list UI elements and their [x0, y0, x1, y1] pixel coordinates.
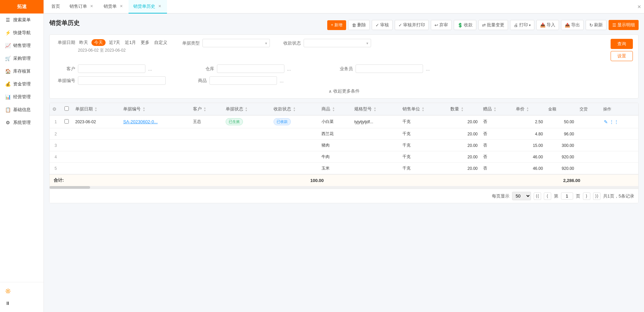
product-input[interactable] [209, 76, 277, 85]
more-op-btn[interactable]: ⋮⋮ [609, 119, 619, 125]
audit-button[interactable]: ✓ 审核 [372, 20, 393, 30]
table-header-row: ⚙ 单据日期 ▲▼ 单据编号 ▲▼ [50, 103, 638, 115]
row-num: 5 [50, 163, 62, 174]
inventory-icon: 🏠 [5, 69, 10, 74]
table-scroll-thumb[interactable] [50, 186, 90, 189]
col-collect-status[interactable]: 收款状态 ▲▼ [271, 103, 319, 115]
sidebar-item-inventory[interactable]: 🏠 库存核算 [0, 65, 44, 78]
sort-gift-icon: ▲▼ [494, 107, 496, 112]
export-button[interactable]: 📤 导出 [561, 20, 584, 30]
per-page-select[interactable]: 50 100 200 [512, 192, 531, 200]
sidebar-item-purchase[interactable]: 🛒 采购管理 [0, 52, 44, 65]
col-customer[interactable]: 客户 ▲▼ [190, 103, 223, 115]
row-unit: 千克 [400, 163, 448, 174]
row-gift: 否 [480, 115, 513, 128]
col-spec[interactable]: 规格型号 ▲▼ [352, 103, 399, 115]
sidebar-item-basic-info[interactable]: 📋 基础信息 [0, 103, 44, 116]
abandon-button[interactable]: ↩ 弃审 [431, 20, 452, 30]
row-unit: 千克 [400, 128, 448, 140]
last-page-btn[interactable]: ⟩⟩ [593, 192, 600, 200]
print-arrow-icon: ▾ [529, 23, 531, 27]
sidebar-bottom-item-1[interactable]: 🔆 [0, 285, 44, 297]
doc-no-input[interactable] [78, 76, 166, 85]
filter-row-3: 单据编号 商品 ... [55, 76, 633, 85]
customer-input[interactable] [78, 64, 145, 73]
tab-sales-delivery-close[interactable]: ✕ [119, 4, 124, 9]
shortcut-yesterday[interactable]: 昨天 [78, 39, 89, 46]
sidebar-item-label: 销售管理 [13, 43, 31, 49]
shortcut-custom[interactable]: 自定义 [153, 39, 169, 46]
sidebar-item-search-menu[interactable]: ☰ 搜索菜单 [0, 14, 44, 26]
finance-icon: 💰 [5, 81, 10, 87]
batch-change-button[interactable]: ⇄ 批量变更 [478, 20, 508, 30]
set-button[interactable]: 设置 [611, 51, 633, 61]
tab-sales-history-label: 销货单历史 [133, 3, 155, 9]
collect-status-select[interactable] [304, 39, 371, 47]
collapse-button[interactable]: ∧ 收起更多条件 [55, 88, 633, 94]
row-product: 猪肉 [319, 140, 352, 151]
row-checkbox [62, 128, 73, 140]
tab-sales-delivery[interactable]: 销货单 ✕ [99, 0, 129, 14]
salesperson-more[interactable]: ... [426, 66, 430, 72]
audit-icon: ✓ [375, 23, 379, 28]
collapse-arrow-icon: ∧ [329, 89, 332, 94]
col-qty[interactable]: 数量 ▲▼ [448, 103, 480, 115]
sidebar-item-sales[interactable]: 📈 销售管理 [0, 39, 44, 52]
sidebar-item-operations[interactable]: 📊 经营管理 [0, 90, 44, 103]
tab-sales-order-close[interactable]: ✕ [89, 4, 94, 9]
search-menu-icon: ☰ [5, 17, 10, 23]
new-button[interactable]: + 新增 [327, 20, 346, 30]
print-button[interactable]: 🖨 打印 ▾ [510, 20, 534, 30]
col-doc-no[interactable]: 单据编号 ▲▼ [120, 103, 190, 115]
row-select-checkbox[interactable] [64, 119, 69, 124]
salesperson-input[interactable] [356, 64, 423, 73]
edit-op-btn[interactable]: ✎ [603, 119, 609, 125]
shortcut-7days[interactable]: 近7天 [108, 39, 121, 46]
col-doc-date[interactable]: 单据日期 ▲▼ [73, 103, 120, 115]
prev-page-btn[interactable]: ⟨ [544, 192, 551, 200]
audit-print-button[interactable]: ✓ 审核并打印 [395, 20, 429, 30]
col-gift[interactable]: 赠品 ▲▼ [480, 103, 513, 115]
sidebar-item-system[interactable]: ⚙ 系统管理 [0, 116, 44, 129]
row-spec [352, 140, 399, 151]
row-doc-date [73, 151, 120, 163]
col-product[interactable]: 商品 ▲▼ [319, 103, 352, 115]
page-number-input[interactable] [561, 192, 573, 200]
customer-more[interactable]: ... [148, 66, 152, 72]
col-doc-status[interactable]: 单据状态 ▲▼ [223, 103, 271, 115]
first-page-btn[interactable]: ⟨⟨ [534, 192, 541, 200]
export-icon: 📤 [565, 23, 570, 28]
warehouse-input[interactable] [217, 64, 284, 73]
doc-type-select[interactable] [202, 39, 270, 47]
sidebar-item-finance[interactable]: 💰 资金管理 [0, 78, 44, 90]
window-close-btn[interactable]: ✕ [637, 4, 641, 9]
sidebar-bottom-item-2[interactable]: ⏸ [0, 297, 44, 309]
next-page-btn[interactable]: ⟩ [583, 192, 590, 200]
query-button[interactable]: 查询 [611, 39, 633, 49]
tab-sales-history-close[interactable]: ✕ [157, 4, 162, 9]
tab-home[interactable]: 首页 [47, 0, 65, 14]
shortcut-1month[interactable]: 近1月 [123, 39, 137, 46]
sidebar-item-quick-nav[interactable]: ⚡ 快捷导航 [0, 26, 44, 39]
select-all-checkbox[interactable] [64, 106, 69, 111]
tab-home-label: 首页 [51, 3, 60, 9]
show-detail-button[interactable]: ☰ 显示明细 [609, 20, 639, 30]
delete-button[interactable]: 🗑 删除 [348, 20, 370, 30]
import-button[interactable]: 📥 导入 [536, 20, 559, 30]
collect-button[interactable]: 💲 收款 [454, 20, 476, 30]
col-unit[interactable]: 销售单位 ▲▼ [400, 103, 448, 115]
row-checkbox [62, 151, 73, 163]
sidebar-item-label: 系统管理 [13, 120, 31, 126]
tab-sales-order[interactable]: 销售订单 ✕ [65, 0, 99, 14]
row-collect-status [271, 163, 319, 174]
table-scrollbar[interactable] [50, 186, 638, 189]
shortcut-today[interactable]: 今天 [91, 39, 106, 46]
doc-no-link[interactable]: SA-20230602-0... [123, 119, 158, 124]
tab-sales-history[interactable]: 销货单历史 ✕ [129, 0, 167, 14]
warehouse-more[interactable]: ... [287, 66, 291, 72]
table-settings-icon[interactable]: ⚙ [52, 106, 57, 112]
product-more[interactable]: ... [280, 78, 284, 83]
shortcut-more[interactable]: 更多 [139, 39, 151, 46]
refresh-button[interactable]: ↻ 刷新 [586, 20, 607, 30]
col-price[interactable]: 单价 ▲▼ [513, 103, 546, 115]
